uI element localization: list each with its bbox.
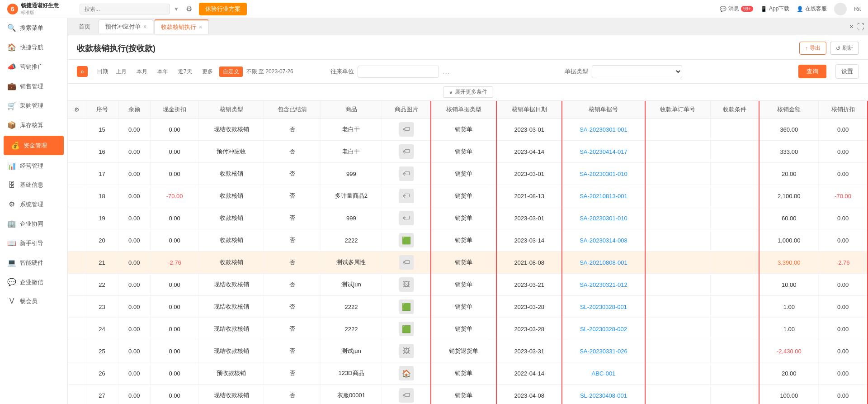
sidebar-label-enterprise: 企业协同 <box>20 220 43 228</box>
inventory-icon: 📦 <box>7 121 16 129</box>
verify-no-link[interactable]: SL-20230328-001 <box>580 304 627 310</box>
sidebar-label-system: 系统管理 <box>20 200 43 209</box>
sidebar-item-newbie[interactable]: 📖新手引导 <box>0 233 67 253</box>
industry-btn[interactable]: 休验行业方案 <box>199 3 247 15</box>
cell-product: 999 <box>321 207 382 229</box>
verify-no-link[interactable]: SA-20230314-008 <box>580 237 627 244</box>
sidebar-item-finance[interactable]: 💰资金管理 <box>4 136 64 155</box>
tab-home[interactable]: 首页 <box>71 19 98 34</box>
verify-no-link[interactable]: SA-20230301-010 <box>580 215 627 222</box>
verify-no-link[interactable]: SA-20230414-017 <box>580 148 627 155</box>
cell-collect-order-no <box>645 385 710 404</box>
date-opt-more[interactable]: 更多 <box>198 67 217 77</box>
th-verify-date: 核销单据日期 <box>496 101 562 119</box>
verify-no-link[interactable]: SL-20230408-001 <box>580 392 627 399</box>
sidebar-item-purchase[interactable]: 🛒采购管理 <box>0 96 67 115</box>
sidebar-item-operations[interactable]: 📊经营管理 <box>0 156 67 176</box>
table-row: 22 0.00 0.00 现结收款核销 否 测试jun 🖼 销货单 2023-0… <box>68 274 868 296</box>
avatar[interactable] <box>834 3 847 15</box>
cell-includes-settled: 否 <box>264 252 321 274</box>
sidebar-item-enterprise[interactable]: 🏢企业协同 <box>0 214 67 233</box>
cell-collect-condition <box>710 185 759 207</box>
filter-toggle[interactable]: » <box>77 66 88 77</box>
page-content: 收款核销执行(按收款) ↑ 导出 ↺ 刷新 » 日期 <box>68 35 868 404</box>
cell-verify-discount: 0.00 <box>819 229 868 252</box>
th-settings[interactable]: ⚙ <box>68 101 86 119</box>
date-opt-7days[interactable]: 近7天 <box>175 67 196 77</box>
verify-no-link[interactable]: SL-20230328-002 <box>580 326 627 333</box>
th-no: 序号 <box>86 101 118 119</box>
sidebar-item-hardware[interactable]: 💻智能硬件 <box>0 253 67 272</box>
verify-no-link[interactable]: SA-20230331-026 <box>580 348 627 355</box>
date-opt-this-year[interactable]: 本年 <box>154 67 172 77</box>
online-service-item[interactable]: 👤 在线客服 <box>797 5 827 13</box>
cell-verify-amount: -2,430.00 <box>759 340 818 362</box>
sidebar-label-finance: 资金管理 <box>24 142 47 150</box>
verify-no-link[interactable]: SA-20230301-010 <box>580 171 627 177</box>
cell-verify-type: 收款核销 <box>199 185 264 207</box>
partner-input[interactable] <box>358 66 439 78</box>
cell-product: 测试jun <box>321 274 382 296</box>
settings-button[interactable]: 设置 <box>835 64 859 79</box>
doctype-select[interactable] <box>592 65 682 78</box>
top-search: ▼ ⚙ 休验行业方案 <box>80 3 715 15</box>
sidebar-item-basic[interactable]: 🗄基础信息 <box>0 176 67 195</box>
cell-cash-discount: 0.00 <box>150 385 198 404</box>
sidebar-item-inventory[interactable]: 📦库存核算 <box>0 115 67 135</box>
cell-verify-doc-type: 销货单 <box>431 229 496 252</box>
cell-verify-amount: 10.00 <box>759 274 818 296</box>
cell-cash-discount: 0.00 <box>150 296 198 318</box>
sidebar-item-member[interactable]: V畅会员 <box>0 292 67 311</box>
cell-verify-type: 收款核销 <box>199 207 264 229</box>
table-row: 20 0.00 0.00 收款核销 否 2222 🟩 销货单 2023-03-1… <box>68 229 868 252</box>
cell-cash-discount: 0.00 <box>150 318 198 340</box>
gear-icon[interactable]: ⚙ <box>183 3 195 15</box>
date-opt-last-month[interactable]: 上月 <box>112 67 130 77</box>
sidebar-item-marketing[interactable]: 📣营销推广 <box>0 57 67 76</box>
expand-button[interactable]: ∨ 展开更多条件 <box>443 86 493 98</box>
date-opt-custom[interactable]: 自定义 <box>219 67 243 77</box>
cell-verify-discount: -2.76 <box>819 252 868 274</box>
verify-no-link[interactable]: SA-20230321-012 <box>580 281 627 288</box>
verify-no-link[interactable]: SA-20210808-001 <box>580 259 627 266</box>
cell-no: 24 <box>86 318 118 340</box>
tab-prepay-close[interactable]: × <box>143 24 146 30</box>
tab-collect[interactable]: 收款核销执行 × <box>154 19 209 34</box>
logo-sub: 标准版 <box>21 10 59 16</box>
cell-verify-type: 现结收款核销 <box>199 296 264 318</box>
verify-no-link[interactable]: SA-20210813-001 <box>580 193 627 200</box>
page-header: 收款核销执行(按收款) ↑ 导出 ↺ 刷新 <box>68 35 868 60</box>
export-button[interactable]: ↑ 导出 <box>799 42 826 55</box>
cell-product: 老白干 <box>321 119 382 141</box>
cell-product: 2222 <box>321 296 382 318</box>
cell-verify-discount: 0.00 <box>819 163 868 185</box>
sidebar-item-quicknav[interactable]: 🏠快捷导航 <box>0 38 67 57</box>
search-button[interactable]: 查询 <box>798 65 826 78</box>
notification-item[interactable]: 💬 消息 99+ <box>720 5 753 13</box>
th-includes-settled: 包含已结清 <box>264 101 321 119</box>
app-download-item[interactable]: 📱 App下载 <box>760 5 789 13</box>
tab-collect-close[interactable]: × <box>199 24 202 30</box>
refresh-button[interactable]: ↺ 刷新 <box>830 42 859 55</box>
cell-verify-date: 2023-04-14 <box>496 141 562 163</box>
sidebar-item-search[interactable]: 🔍搜索菜单 <box>0 18 67 38</box>
cell-verify-amount: 360.00 <box>759 119 818 141</box>
search-input[interactable] <box>80 4 170 14</box>
window-maximize-icon[interactable]: ⛶ <box>857 23 864 31</box>
cell-product: 测试多属性 <box>321 252 382 274</box>
tab-prepay[interactable]: 预付冲应付单 × <box>99 19 153 33</box>
date-opt-this-month[interactable]: 本月 <box>133 67 151 77</box>
cell-product: 多计量商品2 <box>321 185 382 207</box>
sidebar-item-wechat[interactable]: 💬企业微信 <box>0 272 67 292</box>
finance-icon: 💰 <box>11 141 20 150</box>
sidebar-item-sales[interactable]: 💼销售管理 <box>0 76 67 96</box>
cell-verify-doc-type: 销货单 <box>431 385 496 404</box>
verify-no-link[interactable]: SA-20230301-001 <box>580 126 627 133</box>
cell-verify-no: SA-20230314-008 <box>562 229 645 252</box>
verify-no-link[interactable]: ABC-001 <box>592 370 616 377</box>
window-close-icon[interactable]: × <box>849 23 854 31</box>
sidebar-item-system[interactable]: ⚙系统管理 <box>0 195 67 214</box>
cell-settings <box>68 185 86 207</box>
cell-balance: 0.00 <box>118 163 150 185</box>
hardware-icon: 💻 <box>7 258 16 267</box>
